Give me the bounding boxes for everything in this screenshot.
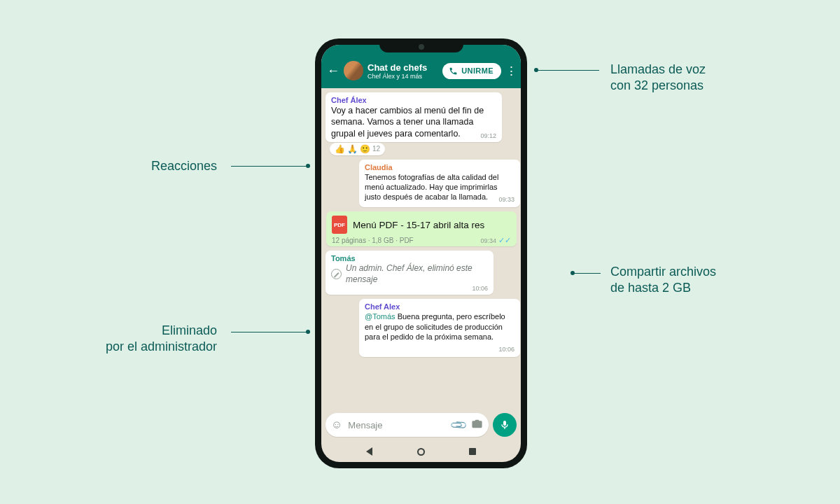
pdf-icon: PDF — [332, 216, 347, 234]
reaction-emoji: 🙂 — [360, 144, 370, 154]
annotation-text: Reacciones — [151, 159, 217, 173]
emoji-icon[interactable]: ☺ — [331, 419, 342, 431]
message-time: 09:12 — [480, 132, 496, 141]
message-group: Chef Álex Voy a hacer cambios al menú de… — [326, 92, 517, 155]
outgoing-file-message[interactable]: PDF Menú PDF - 15-17 abril alta res 12 p… — [326, 211, 517, 246]
file-row: PDF Menú PDF - 15-17 abril alta res — [332, 216, 511, 234]
file-meta: 12 páginas · 1,8 GB · PDF — [332, 237, 414, 244]
deleted-icon — [331, 269, 342, 279]
reaction-count: 12 — [372, 145, 380, 153]
mention[interactable]: @Tomás — [365, 312, 396, 321]
reaction-emoji: 🙏 — [347, 144, 358, 154]
annotation-lead — [573, 273, 601, 274]
annotation-text: con 32 personas — [610, 78, 771, 94]
mic-button[interactable] — [493, 413, 517, 437]
menu-button[interactable]: ⋮ — [505, 64, 517, 78]
chat-header: ← Chat de chefs Chef Álex y 14 más UNIRM… — [321, 53, 521, 88]
input-placeholder: Mensaje — [348, 420, 446, 430]
android-navbar — [321, 441, 521, 462]
annotation-share-files: Compartir archivos de hasta 2 GB — [610, 264, 771, 297]
message-time: 09:34 — [480, 237, 496, 244]
message-input[interactable]: ☺ Mensaje 📎 — [326, 413, 489, 437]
annotation-lead — [231, 166, 308, 167]
group-title: Chat de chefs — [368, 62, 438, 73]
message-time: 10:06 — [498, 346, 514, 354]
annotation-deleted: Eliminado por el administrador — [63, 323, 217, 356]
composer-row: ☺ Mensaje 📎 — [321, 410, 521, 441]
nav-recent-icon[interactable] — [469, 448, 476, 455]
nav-back-icon[interactable] — [366, 447, 372, 456]
sender-name: Chef Alex — [365, 302, 514, 311]
incoming-message[interactable]: Chef Álex Voy a hacer cambios al menú de… — [326, 92, 502, 142]
group-subtitle: Chef Álex y 14 más — [368, 73, 438, 80]
annotation-text: Llamadas de voz — [610, 62, 771, 78]
back-button[interactable]: ← — [327, 64, 340, 78]
reaction-emoji: 👍 — [335, 144, 345, 154]
header-titles[interactable]: Chat de chefs Chef Álex y 14 más — [368, 62, 438, 80]
annotation-reactions: Reacciones — [77, 158, 217, 174]
attach-icon[interactable]: 📎 — [449, 415, 468, 435]
deleted-text: Un admin. Chef Álex, eliminó este mensaj… — [346, 263, 488, 285]
incoming-message[interactable]: Claudia Tenemos fotografías de alta cali… — [359, 160, 520, 207]
group-avatar[interactable] — [344, 61, 363, 80]
annotation-text: Compartir archivos — [610, 264, 771, 280]
message-text: Voy a hacer cambios al menú del fin de s… — [331, 105, 496, 139]
incoming-message[interactable]: Chef Alex @Tomás Buena pregunta, pero es… — [359, 299, 520, 357]
join-label: UNIRME — [461, 66, 493, 75]
phone-camera — [419, 44, 424, 50]
sender-name: Tomás — [331, 254, 488, 262]
message-text: Tenemos fotografías de alta calidad del … — [365, 172, 514, 202]
nav-home-icon[interactable] — [417, 448, 425, 456]
annotation-text: Eliminado — [63, 323, 217, 339]
chat-area: Chef Álex Voy a hacer cambios al menú de… — [321, 88, 521, 410]
join-call-button[interactable]: UNIRME — [442, 63, 501, 79]
message-time: 10:06 — [472, 285, 488, 292]
annotation-lead — [231, 332, 308, 332]
message-time: 09:33 — [498, 196, 514, 204]
annotation-lead — [536, 70, 599, 71]
sender-name: Claudia — [365, 163, 514, 172]
file-name: Menú PDF - 15-17 abril alta res — [353, 220, 484, 230]
incoming-message-deleted[interactable]: Tomás Un admin. Chef Álex, eliminó este … — [326, 251, 493, 295]
phone-frame: ← Chat de chefs Chef Álex y 14 más UNIRM… — [315, 38, 527, 468]
camera-icon[interactable] — [471, 418, 483, 433]
annotation-voice-calls: Llamadas de voz con 32 personas — [610, 62, 771, 94]
reactions-pill[interactable]: 👍 🙏 🙂 12 — [330, 143, 385, 155]
screen: ← Chat de chefs Chef Álex y 14 más UNIRM… — [321, 45, 521, 462]
sender-name: Chef Álex — [331, 96, 496, 104]
read-ticks-icon: ✓✓ — [498, 237, 511, 244]
phone-icon — [449, 66, 458, 76]
annotation-text: de hasta 2 GB — [610, 280, 771, 296]
message-text: @Tomás Buena pregunta, pero escríbelo en… — [365, 312, 514, 342]
annotation-text: por el administrador — [63, 339, 217, 355]
